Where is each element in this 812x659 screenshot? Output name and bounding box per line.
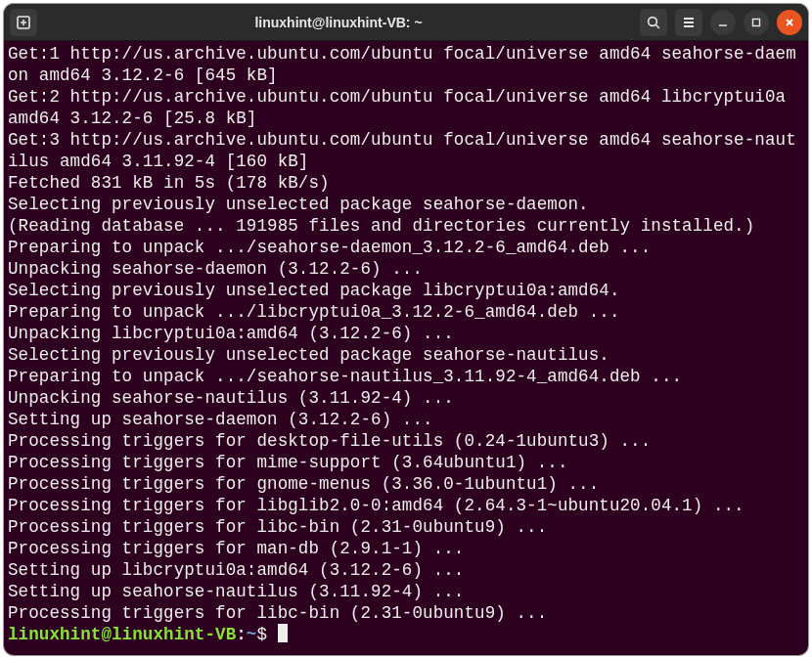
titlebar-right-controls	[640, 9, 802, 36]
terminal-line: Get:1 http://us.archive.ubuntu.com/ubunt…	[8, 43, 804, 86]
prompt-dollar: $	[256, 625, 277, 644]
terminal-line: Setting up seahorse-nautilus (3.11.92-4)…	[8, 581, 804, 602]
terminal-line: Processing triggers for libglib2.0-0:amd…	[8, 495, 804, 516]
search-button[interactable]	[640, 9, 667, 36]
terminal-line: Processing triggers for libc-bin (2.31-0…	[8, 516, 804, 538]
prompt-separator: :	[236, 625, 247, 644]
prompt-path: ~	[247, 625, 257, 644]
terminal-line: Processing triggers for man-db (2.9.1-1)…	[8, 538, 804, 559]
terminal-line: Get:2 http://us.archive.ubuntu.com/ubunt…	[8, 86, 804, 129]
terminal-line: Unpacking seahorse-nautilus (3.11.92-4) …	[8, 387, 804, 409]
terminal-line: Selecting previously unselected package …	[8, 280, 804, 301]
terminal-line: (Reading database ... 191985 files and d…	[8, 215, 804, 237]
terminal-window: linuxhint@linuxhint-VB: ~	[4, 4, 808, 655]
terminal-output[interactable]: Get:1 http://us.archive.ubuntu.com/ubunt…	[4, 41, 808, 655]
prompt-line: linuxhint@linuxhint-VB:~$	[8, 624, 804, 645]
terminal-line: Setting up seahorse-daemon (3.12.2-6) ..…	[8, 409, 804, 430]
svg-line-4	[656, 24, 660, 28]
terminal-line: Preparing to unpack .../libcryptui0a_3.1…	[8, 301, 804, 323]
maximize-button[interactable]	[744, 10, 769, 35]
prompt-user-host: linuxhint@linuxhint-VB	[8, 625, 236, 644]
titlebar-left-controls	[10, 9, 37, 36]
terminal-line: Fetched 831 kB in 5s (178 kB/s)	[8, 172, 804, 194]
cursor	[278, 624, 288, 642]
minimize-icon	[717, 17, 729, 28]
terminal-line: Preparing to unpack .../seahorse-nautilu…	[8, 366, 804, 387]
close-button[interactable]	[777, 10, 802, 35]
terminal-line: Get:3 http://us.archive.ubuntu.com/ubunt…	[8, 129, 804, 172]
terminal-line: Processing triggers for libc-bin (2.31-0…	[8, 602, 804, 624]
titlebar: linuxhint@linuxhint-VB: ~	[4, 4, 808, 41]
terminal-line: Processing triggers for mime-support (3.…	[8, 452, 804, 473]
menu-button[interactable]	[675, 9, 702, 36]
window-title: linuxhint@linuxhint-VB: ~	[37, 15, 640, 30]
terminal-line: Preparing to unpack .../seahorse-daemon_…	[8, 237, 804, 258]
terminal-line: Processing triggers for gnome-menus (3.3…	[8, 473, 804, 495]
close-icon	[784, 17, 795, 28]
search-icon	[646, 15, 661, 30]
minimize-button[interactable]	[710, 10, 736, 35]
terminal-line: Unpacking libcryptui0a:amd64 (3.12.2-6) …	[8, 323, 804, 344]
terminal-line: Setting up libcryptui0a:amd64 (3.12.2-6)…	[8, 559, 804, 581]
new-tab-icon	[16, 15, 31, 30]
svg-point-3	[649, 17, 657, 25]
maximize-icon	[750, 17, 762, 28]
svg-rect-9	[753, 19, 760, 25]
terminal-line: Processing triggers for desktop-file-uti…	[8, 430, 804, 452]
terminal-line: Selecting previously unselected package …	[8, 194, 804, 215]
hamburger-icon	[681, 15, 697, 30]
new-tab-button[interactable]	[10, 9, 37, 36]
terminal-line: Unpacking seahorse-daemon (3.12.2-6) ...	[8, 258, 804, 280]
terminal-line: Selecting previously unselected package …	[8, 344, 804, 366]
